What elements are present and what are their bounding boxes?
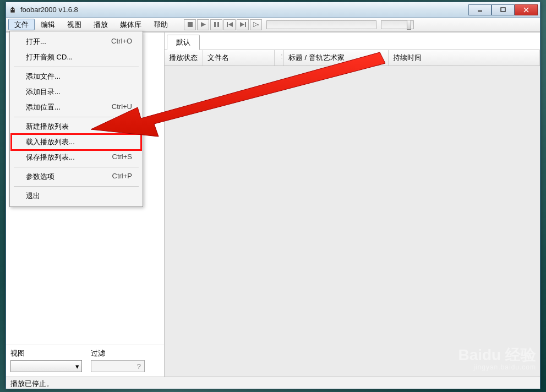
close-button[interactable] — [515, 4, 538, 15]
svg-rect-9 — [217, 22, 219, 27]
svg-rect-13 — [245, 22, 246, 27]
status-text: 播放已停止。 — [10, 379, 53, 388]
play-button[interactable] — [197, 19, 209, 30]
separator — [14, 117, 139, 117]
svg-marker-11 — [228, 22, 233, 27]
svg-rect-6 — [188, 22, 193, 27]
menu-new-playlist[interactable]: 新建播放列表 Ctrl+N — [12, 119, 141, 134]
random-button[interactable]: ? — [250, 19, 262, 30]
filter-label: 过滤 — [91, 349, 145, 358]
menu-view[interactable]: 视图 — [61, 19, 88, 30]
menu-library[interactable]: 媒体库 — [114, 19, 148, 30]
separator — [14, 167, 139, 167]
minimize-button[interactable] — [468, 4, 492, 15]
menu-add-files[interactable]: 添加文件... — [12, 69, 141, 84]
menubar: 文件 编辑 视图 播放 媒体库 帮助 ? — [6, 18, 540, 32]
svg-marker-7 — [201, 22, 206, 27]
filter-hint: ? — [137, 362, 141, 371]
column-headers: 播放状态 文件名 ⋮ 标题 / 音轨艺术家 持续时间 — [165, 50, 540, 66]
svg-point-0 — [11, 9, 12, 10]
maximize-button[interactable] — [492, 4, 515, 15]
chevron-down-icon: ▾ — [75, 362, 79, 371]
svg-marker-12 — [240, 22, 244, 27]
pause-button[interactable] — [210, 19, 222, 30]
right-panel: 默认 播放状态 文件名 ⋮ 标题 / 音轨艺术家 持续时间 — [165, 32, 540, 377]
seekbar[interactable] — [266, 20, 376, 29]
col-status[interactable]: 播放状态 — [165, 50, 203, 66]
col-duration[interactable]: 持续时间 — [389, 50, 540, 66]
separator — [14, 67, 139, 67]
menu-playback[interactable]: 播放 — [88, 19, 114, 30]
col-extra[interactable]: ⋮ — [275, 50, 284, 66]
svg-point-1 — [13, 9, 14, 10]
statusbar: 播放已停止。 — [6, 377, 540, 389]
file-dropdown: 打开... Ctrl+O 打开音频 CD... 添加文件... 添加目录... … — [9, 31, 143, 207]
col-title-artist[interactable]: 标题 / 音轨艺术家 — [284, 50, 389, 66]
menu-help[interactable]: 帮助 — [148, 19, 174, 30]
view-combo[interactable]: ▾ — [10, 360, 82, 372]
watermark-sub: jingyan.baidu.com — [458, 364, 536, 371]
tab-default[interactable]: 默认 — [167, 35, 200, 50]
menu-preferences[interactable]: 参数选项 Ctrl+P — [12, 169, 141, 184]
filter-input[interactable]: ? — [91, 360, 145, 372]
window-controls — [468, 4, 538, 15]
playback-toolbar: ? — [184, 19, 414, 30]
menu-add-folder[interactable]: 添加目录... — [12, 84, 141, 100]
menu-edit[interactable]: 编辑 — [35, 19, 61, 30]
svg-rect-8 — [214, 22, 216, 27]
window-title: foobar2000 v1.6.8 — [20, 6, 468, 14]
view-label: 视图 — [10, 349, 82, 358]
svg-rect-3 — [501, 8, 505, 12]
menu-save-playlist[interactable]: 保存播放列表... Ctrl+S — [12, 150, 141, 165]
menu-add-location[interactable]: 添加位置... Ctrl+U — [12, 100, 141, 115]
menu-file[interactable]: 文件 — [8, 19, 35, 30]
menu-exit[interactable]: 退出 — [12, 188, 141, 204]
prev-button[interactable] — [223, 19, 236, 30]
stop-button[interactable] — [184, 19, 196, 30]
menu-load-playlist[interactable]: 载入播放列表... — [12, 134, 141, 150]
left-panel-footer: 视图 ▾ 过滤 ? — [6, 345, 164, 377]
separator — [14, 186, 139, 187]
col-filename[interactable]: 文件名 — [203, 50, 275, 66]
playlist-tabs: 默认 — [165, 32, 540, 50]
svg-rect-10 — [227, 22, 228, 27]
menu-open-cd[interactable]: 打开音频 CD... — [12, 50, 141, 65]
app-icon — [8, 6, 17, 14]
volume-slider[interactable] — [381, 20, 414, 29]
titlebar: foobar2000 v1.6.8 — [6, 2, 540, 18]
svg-text:?: ? — [257, 24, 259, 27]
watermark-main: Baidu 经验 — [458, 347, 536, 364]
playlist-area[interactable] — [165, 66, 540, 377]
volume-thumb[interactable] — [407, 20, 411, 30]
menu-open[interactable]: 打开... Ctrl+O — [12, 34, 141, 50]
next-button[interactable] — [237, 19, 249, 30]
watermark: Baidu 经验 jingyan.baidu.com — [458, 347, 536, 371]
